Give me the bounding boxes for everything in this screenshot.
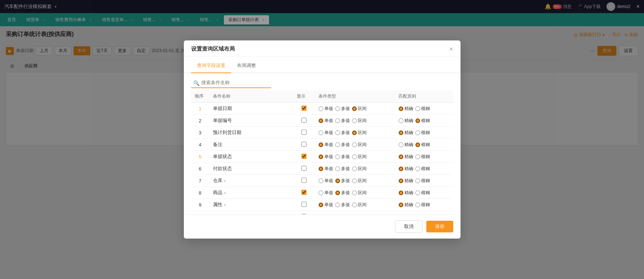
row-4-match-精确[interactable]: 精确 — [399, 142, 413, 148]
row-7-match-精确[interactable]: 精确 — [399, 178, 413, 184]
row-7-type-单值[interactable]: 单值 — [319, 178, 333, 184]
row-9-match-radio-精确[interactable] — [399, 203, 403, 207]
row-8-type-单值[interactable]: 单值 — [319, 190, 333, 196]
row-7-match-radio-模糊[interactable] — [415, 178, 420, 183]
row-2-type-单值[interactable]: 单值 — [319, 118, 333, 124]
row-1-type-区间[interactable]: 区间 — [352, 106, 367, 112]
row-3-type-radio-区间[interactable] — [352, 130, 357, 135]
row-3-match-模糊[interactable]: 模糊 — [415, 130, 430, 136]
row-3-display[interactable] — [293, 127, 315, 139]
row-6-match-radio-精确[interactable] — [399, 166, 403, 171]
row-7-type-radio-区间[interactable] — [352, 178, 357, 183]
row-6-match-精确[interactable]: 精确 — [399, 166, 413, 172]
row-4-type-radio-单值[interactable] — [319, 142, 323, 147]
row-3-type-radio-单值[interactable] — [319, 130, 323, 135]
row-7-display[interactable] — [293, 175, 315, 187]
row-9-type-单值[interactable]: 单值 — [319, 202, 333, 208]
row-7-type-多值[interactable]: 多值 — [335, 178, 350, 184]
row-8-type-radio-区间[interactable] — [352, 190, 357, 195]
row-1-type-radio-单值[interactable] — [319, 106, 323, 111]
row-7-type-区间[interactable]: 区间 — [352, 178, 367, 184]
row-8-match-模糊[interactable]: 模糊 — [415, 190, 430, 196]
row-2-display[interactable] — [293, 115, 315, 127]
row-6-match-模糊[interactable]: 模糊 — [415, 166, 430, 172]
row-3-match-radio-精确[interactable] — [399, 130, 403, 135]
row-5-type-radio-区间[interactable] — [352, 154, 357, 159]
row-9-type-多值[interactable]: 多值 — [335, 202, 350, 208]
row-4-display[interactable] — [293, 139, 315, 151]
row-4-type-radio-区间[interactable] — [352, 142, 357, 147]
row-1-match-精确[interactable]: 精确 — [399, 106, 413, 112]
row-3-display-checkbox[interactable] — [301, 130, 307, 135]
row-4-type-单值[interactable]: 单值 — [319, 142, 333, 148]
row-9-type-radio-区间[interactable] — [352, 203, 357, 207]
row-3-type-区间[interactable]: 区间 — [352, 130, 367, 136]
row-5-type-radio-多值[interactable] — [335, 154, 340, 159]
cancel-button[interactable]: 取消 — [395, 220, 423, 233]
row-9-type-radio-多值[interactable] — [335, 203, 340, 207]
row-2-match-模糊[interactable]: 模糊 — [415, 118, 430, 124]
row-8-type-多值[interactable]: 多值 — [335, 190, 350, 196]
row-2-type-radio-单值[interactable] — [319, 118, 323, 123]
row-2-display-checkbox[interactable] — [301, 118, 307, 123]
row-5-match-radio-模糊[interactable] — [415, 154, 420, 159]
dialog-close-button[interactable]: × — [449, 46, 453, 52]
row-5-display[interactable] — [293, 151, 315, 163]
row-6-display[interactable] — [293, 163, 315, 175]
row-2-type-多值[interactable]: 多值 — [335, 118, 350, 124]
row-2-match-radio-精确[interactable] — [399, 118, 403, 123]
row-4-match-radio-精确[interactable] — [399, 142, 403, 147]
row-5-type-radio-单值[interactable] — [319, 154, 323, 159]
save-button[interactable]: 保存 — [426, 221, 453, 232]
row-2-type-radio-区间[interactable] — [352, 118, 357, 123]
row-1-match-模糊[interactable]: 模糊 — [415, 106, 430, 112]
row-1-display-checkbox[interactable] — [301, 106, 307, 111]
row-5-match-精确[interactable]: 精确 — [399, 154, 413, 160]
row-10-display[interactable] — [293, 211, 315, 215]
row-4-type-多值[interactable]: 多值 — [335, 142, 350, 148]
row-8-display-checkbox[interactable] — [301, 190, 307, 195]
row-6-match-radio-模糊[interactable] — [415, 166, 420, 171]
row-3-match-精确[interactable]: 精确 — [399, 130, 413, 136]
row-8-match-精确[interactable]: 精确 — [399, 190, 413, 196]
row-8-type-radio-多值[interactable] — [335, 190, 340, 195]
row-4-match-radio-模糊[interactable] — [415, 142, 420, 147]
row-8-match-radio-模糊[interactable] — [415, 190, 420, 195]
row-5-display-checkbox[interactable] — [301, 154, 307, 159]
row-2-type-radio-多值[interactable] — [335, 118, 340, 123]
row-6-display-checkbox[interactable] — [301, 166, 307, 171]
row-9-type-区间[interactable]: 区间 — [352, 202, 367, 208]
row-7-display-checkbox[interactable] — [301, 178, 307, 183]
row-2-match-精确[interactable]: 精确 — [399, 118, 413, 124]
row-5-match-radio-精确[interactable] — [399, 154, 403, 159]
row-7-type-radio-多值[interactable] — [335, 178, 340, 183]
row-6-type-多值[interactable]: 多值 — [335, 166, 350, 172]
row-3-type-单值[interactable]: 单值 — [319, 130, 333, 136]
row-1-type-radio-区间[interactable] — [352, 106, 357, 111]
row-7-type-radio-单值[interactable] — [319, 178, 323, 183]
row-6-type-radio-多值[interactable] — [335, 166, 340, 171]
row-1-type-单值[interactable]: 单值 — [319, 106, 333, 112]
row-6-type-radio-区间[interactable] — [352, 166, 357, 171]
row-9-display-checkbox[interactable] — [301, 202, 307, 207]
row-8-display[interactable] — [293, 187, 315, 199]
row-3-match-radio-模糊[interactable] — [415, 130, 420, 135]
row-8-match-radio-精确[interactable] — [399, 190, 403, 195]
row-9-match-radio-模糊[interactable] — [415, 203, 420, 207]
row-4-display-checkbox[interactable] — [301, 142, 307, 147]
row-4-type-区间[interactable]: 区间 — [352, 142, 367, 148]
search-input[interactable] — [191, 78, 271, 88]
row-2-match-radio-模糊[interactable] — [415, 118, 420, 123]
row-8-type-区间[interactable]: 区间 — [352, 190, 367, 196]
row-1-type-radio-多值[interactable] — [335, 106, 340, 111]
row-6-type-区间[interactable]: 区间 — [352, 166, 367, 172]
row-4-type-radio-多值[interactable] — [335, 142, 340, 147]
row-1-display[interactable] — [293, 103, 315, 115]
dialog-tab-query-fields[interactable]: 查询字段设置 — [191, 60, 231, 73]
row-5-type-区间[interactable]: 区间 — [352, 154, 367, 160]
row-7-match-模糊[interactable]: 模糊 — [415, 178, 430, 184]
row-3-type-多值[interactable]: 多值 — [335, 130, 350, 136]
row-4-match-模糊[interactable]: 模糊 — [415, 142, 430, 148]
row-1-type-多值[interactable]: 多值 — [335, 106, 350, 112]
row-6-type-单值[interactable]: 单值 — [319, 166, 333, 172]
